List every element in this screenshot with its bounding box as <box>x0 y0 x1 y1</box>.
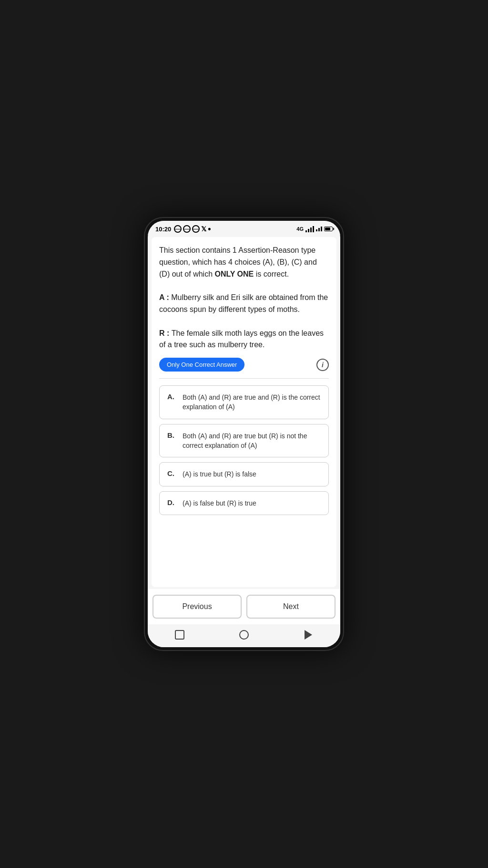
info-icon[interactable]: i <box>316 359 329 371</box>
assertion-label: A : <box>159 293 171 301</box>
status-left: 10:20 𝕏 • <box>155 225 211 233</box>
dot-icon: • <box>208 225 211 233</box>
bar5 <box>316 229 317 231</box>
battery-fill <box>325 227 330 230</box>
network-label: 4G <box>296 226 304 232</box>
nav-buttons: Previous Next <box>148 589 340 624</box>
option-a-text: Both (A) and (R) are true and (R) is the… <box>183 393 321 412</box>
option-c-label: C. <box>167 469 176 477</box>
circle-icon <box>239 630 249 640</box>
reason-text: The female silk moth lays eggs on the le… <box>159 329 324 349</box>
option-d-text: (A) is false but (R) is true <box>183 498 256 508</box>
bar2 <box>308 229 309 232</box>
bar1 <box>305 230 307 232</box>
option-d[interactable]: D. (A) is false but (R) is true <box>159 491 329 515</box>
reason-label: R : <box>159 329 172 337</box>
signal-bars-1 <box>305 226 314 232</box>
square-button[interactable] <box>173 628 186 641</box>
option-b[interactable]: B. Both (A) and (R) are true but (R) is … <box>159 424 329 458</box>
signal-bars-2 <box>316 227 322 231</box>
square-icon <box>175 630 184 640</box>
previous-button[interactable]: Previous <box>152 595 242 619</box>
option-a-label: A. <box>167 393 176 401</box>
back-button[interactable] <box>302 628 315 641</box>
divider <box>159 378 329 379</box>
globe-icon-1 <box>174 225 182 233</box>
status-right: 4G <box>296 226 333 232</box>
option-b-text: Both (A) and (R) are true but (R) is not… <box>183 431 321 451</box>
globe-icon-3 <box>192 225 200 233</box>
next-button[interactable]: Next <box>246 595 336 619</box>
phone-frame: 10:20 𝕏 • 4G <box>144 217 344 651</box>
bar6 <box>318 228 320 231</box>
options-list: A. Both (A) and (R) are true and (R) is … <box>159 385 329 515</box>
home-button[interactable] <box>237 628 251 641</box>
answer-type-row: Only One Correct Answer i <box>159 358 329 372</box>
bar4 <box>313 226 314 232</box>
option-a[interactable]: A. Both (A) and (R) are true and (R) is … <box>159 385 329 419</box>
intro-end: is correct. <box>254 270 289 278</box>
option-c[interactable]: C. (A) is true but (R) is false <box>159 462 329 486</box>
question-text: This section contains 1 Assertion-Reason… <box>159 245 329 351</box>
battery-icon <box>324 227 333 231</box>
clock-time: 10:20 <box>155 226 171 233</box>
twitter-icon: 𝕏 <box>201 225 206 233</box>
option-b-label: B. <box>167 431 176 439</box>
status-icons: 𝕏 • <box>174 225 211 233</box>
status-bar: 10:20 𝕏 • 4G <box>148 221 340 235</box>
answer-type-button[interactable]: Only One Correct Answer <box>159 358 244 372</box>
back-arrow-icon <box>305 630 312 640</box>
content-area: This section contains 1 Assertion-Reason… <box>152 237 336 587</box>
option-c-text: (A) is true but (R) is false <box>183 469 256 479</box>
option-d-label: D. <box>167 498 176 506</box>
bar3 <box>310 227 312 232</box>
phone-screen: 10:20 𝕏 • 4G <box>148 221 340 647</box>
only-one-bold: ONLY ONE <box>214 270 254 278</box>
assertion-text: Mulberry silk and Eri silk are obtained … <box>159 293 328 313</box>
globe-icon-2 <box>183 225 191 233</box>
bottom-nav <box>148 624 340 647</box>
bar7 <box>321 227 322 231</box>
